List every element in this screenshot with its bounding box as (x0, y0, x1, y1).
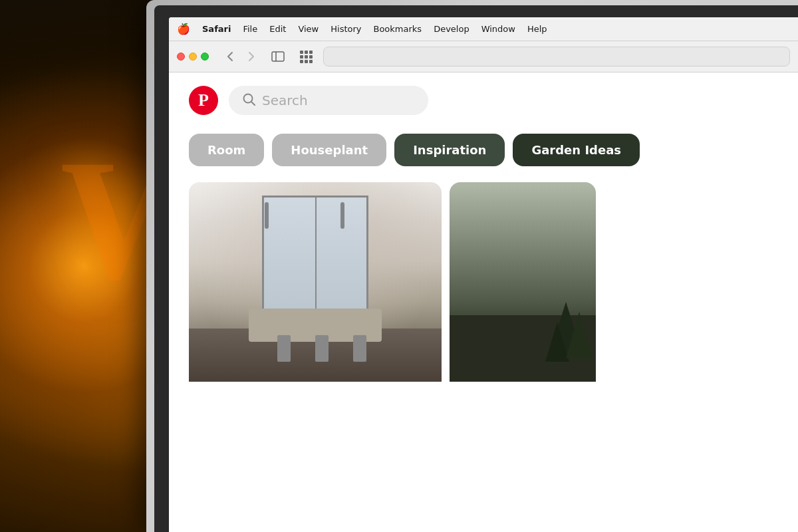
close-button[interactable] (177, 53, 185, 61)
address-bar[interactable] (323, 47, 790, 66)
menu-help[interactable]: Help (527, 24, 547, 34)
screen: 🍎 Safari File Edit View History Bookmark… (169, 17, 798, 532)
search-icon (242, 92, 255, 108)
room-interior-image (189, 182, 442, 382)
menu-window[interactable]: Window (481, 24, 515, 34)
search-placeholder-text: Search (262, 92, 308, 108)
svg-line-3 (251, 102, 255, 105)
menu-bookmarks[interactable]: Bookmarks (374, 24, 422, 34)
menu-edit[interactable]: Edit (269, 24, 286, 34)
tab-overview-button[interactable] (295, 48, 317, 65)
browser-toolbar (169, 41, 798, 72)
pinterest-header: P Search (169, 72, 798, 128)
menu-file[interactable]: File (243, 24, 257, 34)
apple-menu-icon[interactable]: 🍎 (177, 23, 190, 35)
menu-safari[interactable]: Safari (202, 24, 231, 34)
menu-develop[interactable]: Develop (434, 24, 469, 34)
menu-view[interactable]: View (298, 24, 319, 34)
category-chip-houseplant[interactable]: Houseplant (272, 134, 386, 166)
pin-grid (169, 177, 798, 532)
traffic-lights (177, 53, 209, 61)
category-chip-inspiration[interactable]: Inspiration (394, 134, 505, 166)
back-button[interactable] (221, 48, 239, 65)
pin-card-landscape[interactable] (450, 182, 596, 527)
fullscreen-button[interactable] (201, 53, 209, 61)
navigation-arrows (221, 48, 261, 65)
category-chips-row: Room Houseplant Inspiration Garden Ideas (169, 128, 798, 177)
landscape-image (450, 182, 596, 382)
grid-dots-icon (300, 51, 313, 63)
pin-card-room[interactable] (189, 182, 442, 527)
category-chip-room[interactable]: Room (189, 134, 264, 166)
pinterest-logo[interactable]: P (189, 86, 218, 115)
svg-rect-0 (272, 52, 284, 61)
forward-button[interactable] (242, 48, 261, 65)
pinterest-app: P Search Room Houseplant (169, 72, 798, 532)
menu-history[interactable]: History (331, 24, 361, 34)
search-bar[interactable]: Search (229, 86, 428, 115)
screen-bezel: 🍎 Safari File Edit View History Bookmark… (154, 5, 798, 532)
sidebar-toggle-button[interactable] (267, 48, 289, 65)
minimize-button[interactable] (189, 53, 197, 61)
laptop-frame: 🍎 Safari File Edit View History Bookmark… (146, 0, 798, 532)
menu-bar: 🍎 Safari File Edit View History Bookmark… (169, 17, 798, 41)
category-chip-garden-ideas[interactable]: Garden Ideas (513, 134, 640, 166)
